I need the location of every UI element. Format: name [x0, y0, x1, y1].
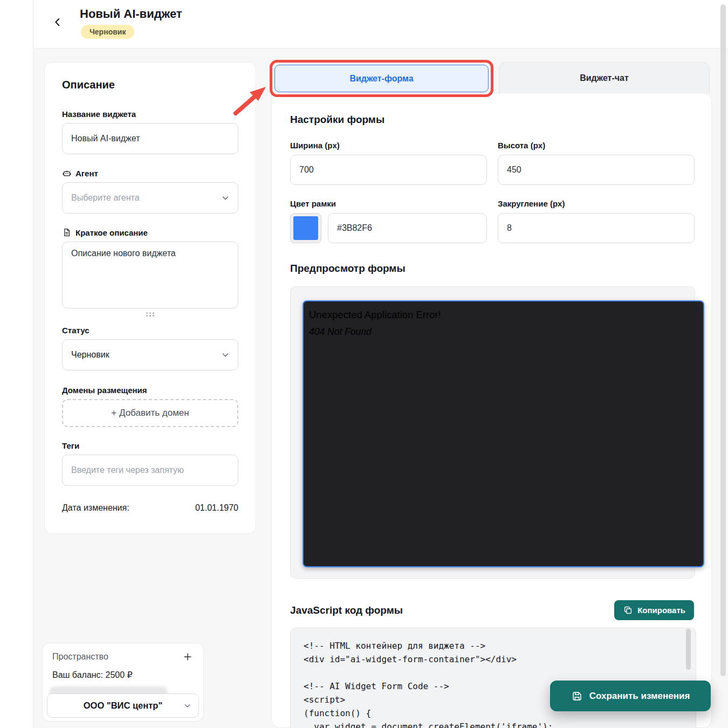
widget-form-panel: Настройки формы Ширина (px) Высота (px) …	[271, 93, 712, 728]
workspace-title: Пространство	[52, 652, 108, 662]
app-root: ∞ A ш VisGPT	[0, 0, 728, 728]
border-color-input[interactable]	[328, 213, 487, 243]
balance-text: Ваш баланс: 2500 ₽	[52, 670, 194, 680]
chevron-left-icon	[52, 16, 64, 28]
organization-select[interactable]: ООО "ВИС центр"	[47, 693, 199, 718]
copy-button-label: Копировать	[637, 606, 685, 615]
radius-field: Закругление (px)	[498, 199, 695, 243]
description-title: Описание	[62, 79, 238, 91]
status-badge: Черновик	[81, 25, 134, 39]
preview-title: Предпросмотр формы	[290, 263, 694, 274]
organization-select-value: ООО "ВИС центр"	[84, 700, 162, 711]
short-description-label: Краткое описание	[62, 228, 238, 237]
color-swatch	[293, 216, 318, 240]
tab-widget-chat[interactable]: Виджет-чат	[499, 62, 710, 93]
agent-label: Агент	[62, 168, 238, 178]
widget-name-input[interactable]	[62, 123, 238, 154]
chevron-down-icon	[221, 350, 230, 360]
code-line: var widget = document.createElement('ifr…	[304, 720, 683, 728]
back-button[interactable]	[51, 15, 65, 29]
code-line	[304, 666, 683, 679]
height-field: Высота (px)	[498, 141, 695, 185]
border-color-field: Цвет рамки	[290, 199, 487, 243]
tab-widget-form[interactable]: Виджет-форма	[274, 65, 489, 92]
width-input[interactable]	[290, 155, 487, 185]
status-label: Статус	[62, 326, 238, 335]
annotation-highlight-box: Виджет-форма	[270, 60, 493, 97]
preview-iframe: Unexpected Application Error! 404 Not Fo…	[303, 300, 704, 567]
add-domain-button[interactable]: + Добавить домен	[62, 399, 238, 427]
sidebar	[0, 0, 33, 728]
document-icon	[62, 228, 72, 237]
page-scrollbar[interactable]	[720, 4, 726, 676]
chevron-down-icon	[221, 193, 230, 203]
tags-input[interactable]	[62, 455, 238, 486]
modified-date-label: Дата изменения:	[62, 503, 129, 513]
preview-error-title: Unexpected Application Error!	[309, 309, 698, 321]
form-settings-title: Настройки формы	[290, 114, 694, 126]
width-label: Ширина (px)	[290, 141, 487, 150]
workspace-panel: Пространство Ваш баланс: 2500 ₽ ООО "ВИС…	[42, 643, 204, 722]
description-panel: Описание Название виджета Агент Выберите…	[44, 62, 256, 534]
code-line: <!-- HTML контейнер для виджета -->	[304, 639, 683, 653]
agent-select[interactable]: Выберите агента	[62, 182, 238, 214]
status-select[interactable]: Черновик	[62, 339, 238, 370]
short-description-textarea[interactable]: Описание нового виджета	[62, 242, 238, 308]
js-code-title: JavaScript код формы	[290, 605, 403, 616]
modified-date-row: Дата изменения: 01.01.1970	[62, 503, 238, 513]
domains-label: Домены размещения	[62, 386, 238, 395]
copy-button[interactable]: Копировать	[614, 600, 694, 620]
save-button[interactable]: Сохранить изменения	[550, 681, 711, 711]
chevron-down-icon	[183, 701, 192, 710]
modified-date-value: 01.01.1970	[195, 503, 238, 513]
preview-container: Unexpected Application Error! 404 Not Fo…	[290, 286, 695, 579]
radius-input[interactable]	[498, 213, 695, 243]
preview-error-detail: 404 Not Found	[309, 326, 698, 338]
save-icon	[571, 690, 583, 702]
color-picker-swatch[interactable]	[290, 213, 321, 243]
plus-icon	[182, 651, 193, 662]
code-block-scrollbar[interactable]	[686, 629, 691, 670]
radius-label: Закругление (px)	[498, 199, 695, 208]
save-button-label: Сохранить изменения	[589, 691, 690, 702]
code-block[interactable]: <!-- HTML контейнер для виджета --><div …	[290, 628, 696, 728]
border-color-label: Цвет рамки	[290, 199, 487, 208]
page-title: Новый AI-виджет	[80, 7, 182, 21]
code-line: <div id="ai-widget-form-container"></div…	[304, 653, 683, 666]
add-workspace-button[interactable]	[182, 651, 194, 663]
status-select-value: Черновик	[71, 350, 109, 360]
height-label: Высота (px)	[498, 141, 695, 150]
height-input[interactable]	[498, 155, 695, 185]
tags-label: Теги	[62, 441, 238, 450]
agent-select-placeholder: Выберите агента	[71, 193, 140, 203]
copy-icon	[623, 605, 633, 615]
robot-icon	[62, 168, 72, 178]
width-field: Ширина (px)	[290, 141, 487, 185]
widget-name-label: Название виджета	[62, 109, 238, 119]
